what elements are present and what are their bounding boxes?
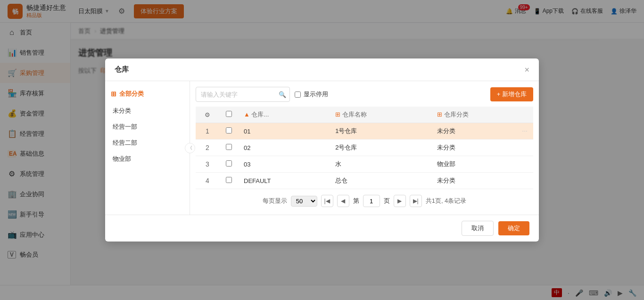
category-item-0[interactable]: 未分类	[105, 103, 190, 119]
col-checkbox	[219, 107, 238, 123]
modal-left-panel: ⊞ 全部分类 未分类 经营一部 经营二部 物业部 《	[105, 81, 190, 215]
more-icon-1[interactable]: ···	[522, 127, 528, 134]
search-input[interactable]	[196, 87, 290, 102]
row-code-3: 03	[238, 156, 330, 173]
collapse-panel-button[interactable]: 《	[185, 143, 195, 153]
row-name-3: 水	[330, 156, 431, 173]
row-name-2: 2号仓库	[330, 140, 431, 156]
row-category-3: 物业部	[431, 156, 533, 173]
modal-header: 仓库 ×	[105, 58, 539, 81]
table-container: ⚙ ▲ 仓库... ⊞ 仓库名称	[196, 107, 533, 189]
confirm-button[interactable]: 确定	[498, 221, 529, 235]
row-name-1: 1号仓库	[330, 123, 431, 140]
show-disabled-wrap: 显示停用	[295, 90, 328, 99]
col-sort-icon: ▲	[244, 111, 250, 118]
all-categories-label: 全部分类	[119, 90, 144, 98]
modal-footer: 取消 确定	[105, 215, 539, 242]
warehouse-table: ⚙ ▲ 仓库... ⊞ 仓库名称	[196, 107, 533, 189]
table-row[interactable]: 3 03 水 物业部	[196, 156, 533, 173]
col-name-icon: ⊞	[335, 111, 340, 118]
pagination-bar: 每页显示 50 100 200 |◀ ◀ 第 1 页 ▶ ▶| 共1页, 4条记…	[196, 189, 533, 209]
search-input-wrap: 🔍	[196, 87, 290, 102]
table-row[interactable]: 1 01 1号仓库 未分类 ···	[196, 123, 533, 140]
modal-close-button[interactable]: ×	[524, 66, 529, 74]
row-check-3[interactable]	[219, 156, 238, 173]
add-warehouse-button[interactable]: + 新增仓库	[490, 87, 533, 101]
modal-body: ⊞ 全部分类 未分类 经营一部 经营二部 物业部 《 🔍	[105, 81, 539, 215]
page-number-input[interactable]: 1	[363, 195, 380, 207]
col-code: ▲ 仓库...	[238, 107, 330, 123]
cancel-button[interactable]: 取消	[462, 221, 494, 236]
modal-right-panel: 🔍 显示停用 + 新增仓库 ⚙	[190, 81, 539, 215]
last-page-button[interactable]: ▶|	[410, 195, 422, 207]
row-check-2[interactable]	[219, 140, 238, 156]
select-all-checkbox[interactable]	[226, 111, 232, 117]
category-item-2[interactable]: 经营二部	[105, 135, 190, 151]
row-gear-3: 3	[196, 156, 219, 173]
per-page-select[interactable]: 50 100 200	[291, 196, 317, 207]
category-item-3[interactable]: 物业部	[105, 151, 190, 167]
show-disabled-label[interactable]: 显示停用	[304, 90, 328, 99]
row-category-4: 未分类	[431, 173, 533, 189]
modal-overlay: 仓库 × ⊞ 全部分类 未分类 经营一部 经营二部 物业部 《	[0, 0, 644, 300]
warehouse-modal: 仓库 × ⊞ 全部分类 未分类 经营一部 经营二部 物业部 《	[105, 58, 539, 242]
first-page-button[interactable]: |◀	[321, 195, 333, 207]
row-check-1[interactable]	[219, 123, 238, 140]
row-category-2: 未分类	[431, 140, 533, 156]
col-category-icon: ⊞	[437, 111, 442, 118]
row-category-1: 未分类 ···	[431, 123, 533, 140]
col-gear: ⚙	[196, 107, 219, 123]
page-unit: 页	[384, 197, 390, 205]
row-check-4[interactable]	[219, 173, 238, 189]
prev-page-button[interactable]: ◀	[337, 195, 349, 207]
modal-title: 仓库	[115, 65, 129, 74]
search-icon[interactable]: 🔍	[279, 91, 286, 98]
table-row[interactable]: 4 DEFAULT 总仓 未分类	[196, 173, 533, 189]
gear-header-icon: ⚙	[205, 111, 210, 118]
show-disabled-checkbox[interactable]	[295, 92, 301, 98]
per-page-label: 每页显示	[263, 197, 287, 205]
row-code-4: DEFAULT	[238, 173, 330, 189]
row-gear-4: 4	[196, 173, 219, 189]
page-label: 第	[353, 197, 359, 205]
row-code-1: 01	[238, 123, 330, 140]
col-category: ⊞ 仓库分类	[431, 107, 533, 123]
table-header-row: ⚙ ▲ 仓库... ⊞ 仓库名称	[196, 107, 533, 123]
next-page-button[interactable]: ▶	[394, 195, 406, 207]
all-categories-header[interactable]: ⊞ 全部分类	[105, 87, 190, 103]
modal-search-bar: 🔍 显示停用 + 新增仓库	[196, 87, 533, 102]
col-name: ⊞ 仓库名称	[330, 107, 431, 123]
category-item-1[interactable]: 经营一部	[105, 119, 190, 135]
table-row[interactable]: 2 02 2号仓库 未分类	[196, 140, 533, 156]
row-gear-2: 2	[196, 140, 219, 156]
row-code-2: 02	[238, 140, 330, 156]
grid-icon: ⊞	[111, 90, 116, 98]
total-info: 共1页, 4条记录	[426, 197, 467, 205]
row-gear-1: 1	[196, 123, 219, 140]
row-name-4: 总仓	[330, 173, 431, 189]
